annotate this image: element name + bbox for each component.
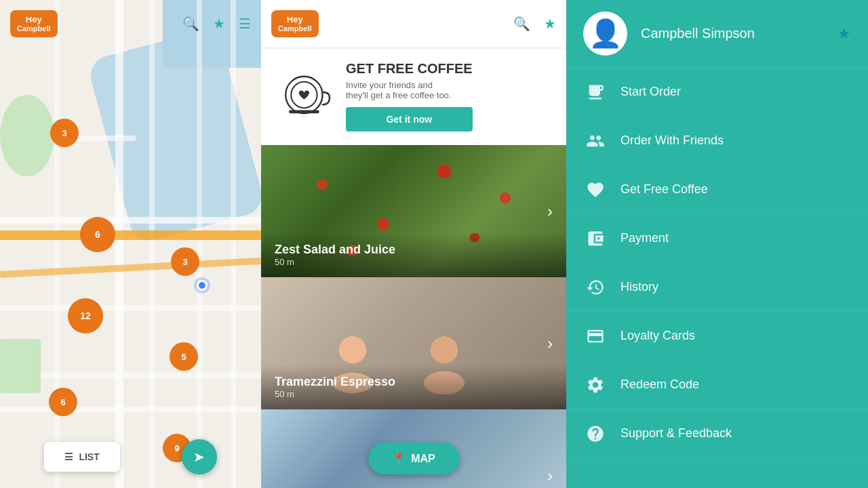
middle-panel: Hey Campbell 🔍 ★ GET FREE COFFEE	[261, 0, 566, 488]
logo-left: Hey Campbell	[10, 10, 58, 38]
sidebar-item-loyalty[interactable]: Loyalty Cards	[566, 312, 868, 361]
map-button-wrap: 📍 MAP	[368, 443, 459, 474]
restaurant-name: Tramezzini Espresso	[275, 375, 553, 389]
cluster-marker[interactable]: 3	[50, 119, 79, 147]
get-it-now-button[interactable]: Get it now	[346, 107, 473, 131]
restaurant-list: Zest Salad and Juice 50 m › Tramezzini E…	[261, 145, 566, 488]
clock-icon	[583, 275, 607, 299]
sidebar-item-label: Get Free Coffee	[620, 182, 708, 197]
header-mid: Hey Campbell 🔍 ★	[261, 0, 566, 47]
sidebar-item-label: Start Order	[620, 85, 681, 99]
cup-icon	[583, 80, 607, 104]
restaurant-card[interactable]: Tramezzini Espresso 50 m ›	[261, 277, 566, 409]
star-icon[interactable]: ★	[213, 16, 225, 32]
star-icon-mid[interactable]: ★	[544, 16, 556, 32]
heart-icon	[583, 178, 607, 201]
sidebar-item-label: Redeem Code	[620, 378, 699, 392]
search-icon-mid[interactable]: 🔍	[513, 16, 530, 32]
sidebar-item-payment[interactable]: Payment	[566, 214, 868, 263]
sidebar-item-order-friends[interactable]: Order With Friends	[566, 117, 868, 165]
chevron-right-icon: ›	[547, 202, 553, 221]
chevron-right-icon: ›	[547, 334, 553, 353]
cluster-marker[interactable]: 12	[68, 298, 103, 333]
redeem-icon	[583, 373, 607, 396]
sidebar-menu: Start Order Order With Friends Get Free …	[566, 68, 868, 488]
cluster-marker[interactable]: 6	[80, 217, 115, 252]
restaurant-distance: 50 m	[275, 257, 553, 267]
restaurant-distance: 50 m	[275, 389, 553, 399]
sidebar-header: 👤 Campbell Simpson ★	[566, 0, 868, 68]
chevron-right-icon: ›	[547, 466, 553, 485]
map-panel: Hey Campbell 🔍 ★ ☰ 3 6 3 12 5 6 9 ☰ LIST	[0, 0, 261, 488]
sidebar-item-label: History	[620, 280, 658, 294]
search-icon[interactable]: 🔍	[182, 16, 199, 32]
favorite-star-icon[interactable]: ★	[837, 25, 851, 43]
loyalty-card-icon	[583, 324, 607, 348]
sidebar-item-start-order[interactable]: Start Order	[566, 68, 868, 117]
map-pin-icon: 📍	[392, 452, 406, 465]
sidebar-item-free-coffee[interactable]: Get Free Coffee	[566, 165, 868, 214]
list-icon: ☰	[64, 451, 73, 462]
user-name: Campbell Simpson	[641, 26, 755, 41]
navigate-icon: ➤	[193, 449, 205, 465]
sidebar-item-support[interactable]: Support & Feedback	[566, 409, 868, 458]
list-button[interactable]: ☰ LIST	[44, 442, 119, 472]
coffee-icon	[278, 68, 332, 125]
promo-title: GET FREE COFFEE	[346, 61, 473, 77]
question-icon	[583, 422, 607, 445]
wallet-icon	[583, 226, 607, 250]
sidebar-item-history[interactable]: History	[566, 263, 868, 312]
people-icon	[583, 129, 607, 152]
sidebar-item-label: Support & Feedback	[620, 426, 732, 441]
coffee-promo-banner: GET FREE COFFEE Invite your friends and …	[261, 47, 566, 145]
restaurant-card[interactable]: Zest Salad and Juice 50 m ›	[261, 145, 566, 277]
user-avatar-icon: 👤	[589, 18, 623, 49]
header-left: Hey Campbell 🔍 ★ ☰	[0, 0, 261, 47]
sidebar-panel: 👤 Campbell Simpson ★ Start Order Order W…	[566, 0, 868, 488]
map-bottom-bar: ☰ LIST ➤	[0, 439, 261, 474]
svg-rect-2	[289, 110, 319, 113]
current-location-indicator	[197, 280, 208, 291]
cluster-marker[interactable]: 3	[171, 247, 199, 276]
menu-icon[interactable]: ☰	[239, 16, 251, 32]
navigate-button[interactable]: ➤	[182, 439, 217, 474]
sidebar-item-label: Loyalty Cards	[620, 329, 695, 343]
cluster-marker[interactable]: 5	[170, 342, 198, 371]
sidebar-item-redeem[interactable]: Redeem Code	[566, 361, 868, 409]
promo-subtitle: Invite your friends and they'll get a fr…	[346, 80, 473, 100]
cluster-marker[interactable]: 6	[49, 388, 77, 416]
logo-mid: Hey Campbell	[271, 10, 319, 38]
sidebar-item-label: Payment	[620, 231, 669, 245]
map-view-button[interactable]: 📍 MAP	[368, 443, 459, 474]
avatar: 👤	[583, 12, 627, 56]
sidebar-item-label: Order With Friends	[620, 134, 724, 148]
restaurant-name: Zest Salad and Juice	[275, 243, 553, 257]
